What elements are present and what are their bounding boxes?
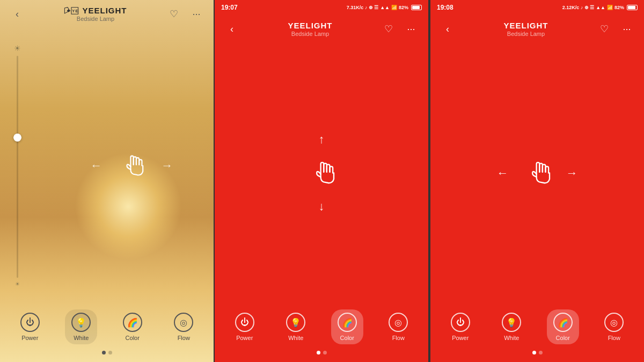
network-icon-3: ▲▲ bbox=[596, 5, 605, 10]
arrow-left-icon: ← bbox=[90, 159, 102, 173]
header-center-1: YEELIGHT YEELIGHT Bedside Lamp bbox=[64, 6, 127, 22]
white-label-2: White bbox=[288, 335, 303, 341]
more-button-1[interactable]: ··· bbox=[188, 5, 205, 23]
heart-button-3[interactable]: ♡ bbox=[596, 20, 613, 38]
nav-item-flow-1[interactable]: ◎ Flow bbox=[167, 309, 200, 344]
hand-gesture-icon-3 bbox=[517, 153, 558, 193]
nav-tabs-3: ⏻ Power 💡 White 🌈 Color ◎ Flow bbox=[430, 303, 644, 351]
color-icon-1: 🌈 bbox=[123, 313, 142, 332]
bottom-nav-3: ⏻ Power 💡 White 🌈 Color ◎ Flow bbox=[430, 303, 644, 362]
battery-fill-3 bbox=[628, 6, 635, 9]
brightness-slider[interactable]: ☀ ☀ bbox=[10, 44, 25, 287]
white-label-3: White bbox=[504, 335, 519, 341]
nav-item-white-2[interactable]: 💡 White bbox=[280, 309, 312, 344]
back-button-1[interactable]: ‹ bbox=[9, 5, 26, 23]
gesture-hint-1: ← → bbox=[90, 147, 173, 184]
app-logo-2: YEELIGHT bbox=[288, 21, 332, 30]
dot-3-inactive bbox=[539, 351, 543, 354]
status-icons-2: 7.31K/c ♪ ⊕ ☰ ▲▲ 📶 82% bbox=[347, 5, 422, 10]
heart-button-1[interactable]: ♡ bbox=[165, 5, 182, 23]
white-icon-1: 💡 bbox=[71, 313, 91, 332]
color-icon-3: 🌈 bbox=[553, 313, 573, 332]
hand-gesture-icon bbox=[113, 147, 150, 184]
hand-gesture-icon-2 bbox=[302, 153, 342, 193]
status-icons-3: 2.12K/c ♪ ⊕ ☰ ▲▲ 📶 82% bbox=[562, 5, 638, 10]
nav-item-flow-2[interactable]: ◎ Flow bbox=[382, 309, 414, 344]
nav-item-white-1[interactable]: 💡 White bbox=[65, 309, 97, 344]
phone-panel-2: 19:07 7.31K/c ♪ ⊕ ☰ ▲▲ 📶 82% ‹ YEELIGHT … bbox=[214, 0, 429, 362]
dot-1-inactive bbox=[108, 351, 112, 354]
power-icon-1: ⏻ bbox=[20, 313, 40, 332]
brightness-min-icon: ☀ bbox=[15, 281, 20, 287]
color-label-2: Color bbox=[340, 335, 354, 341]
arrow-down-icon: ↓ bbox=[319, 200, 325, 213]
dot-2-inactive bbox=[323, 351, 327, 354]
power-label-2: Power bbox=[236, 335, 253, 341]
dot-3-active bbox=[532, 351, 536, 354]
heart-button-2[interactable]: ♡ bbox=[380, 20, 397, 38]
nav-tabs-2: ⏻ Power 💡 White 🌈 Color ◎ Flow bbox=[215, 303, 428, 351]
power-label-1: Power bbox=[21, 335, 38, 341]
app-logo-1: YEELIGHT YEELIGHT bbox=[64, 6, 127, 15]
flow-icon-2: ◎ bbox=[389, 313, 408, 332]
color-label-1: Color bbox=[126, 335, 140, 341]
battery-icon-3 bbox=[627, 5, 638, 10]
dot-2-active bbox=[317, 351, 320, 354]
power-icon-3: ⏻ bbox=[451, 313, 470, 332]
header-panel-3: ‹ YEELIGHT Bedside Lamp ♡ ··· bbox=[430, 15, 644, 43]
wifi-icon-2: 📶 bbox=[391, 5, 397, 10]
dot-1-active bbox=[102, 351, 106, 354]
nav-item-power-2[interactable]: ⏻ Power bbox=[229, 309, 261, 344]
flow-label-2: Flow bbox=[392, 335, 405, 341]
more-button-2[interactable]: ··· bbox=[402, 20, 420, 38]
page-dots-1 bbox=[102, 351, 112, 354]
battery-fill-2 bbox=[412, 6, 420, 9]
phone-panel-1: ‹ YEELIGHT YEELIGHT Bedside Lamp ♡ ··· ☀ bbox=[0, 0, 214, 362]
nav-item-power-1[interactable]: ⏻ Power bbox=[14, 309, 46, 344]
gesture-hint-2: ↑ ↓ bbox=[302, 132, 342, 213]
main-content-1: ☀ ☀ ← bbox=[0, 28, 214, 303]
arrow-up-icon: ↑ bbox=[319, 132, 325, 146]
device-name-2: Bedside Lamp bbox=[291, 31, 329, 37]
white-icon-2: 💡 bbox=[286, 313, 305, 332]
status-time-3: 19:08 bbox=[437, 4, 453, 11]
flow-icon-3: ◎ bbox=[604, 313, 624, 332]
arrow-right-icon: → bbox=[161, 159, 173, 173]
phone-panel-3: 19:08 2.12K/c ♪ ⊕ ☰ ▲▲ 📶 82% ‹ YEELIGHT … bbox=[429, 0, 644, 362]
header-center-2: YEELIGHT Bedside Lamp bbox=[288, 21, 332, 37]
power-label-3: Power bbox=[452, 335, 469, 341]
wifi-icon-3: 📶 bbox=[607, 5, 613, 10]
back-button-2[interactable]: ‹ bbox=[223, 20, 240, 38]
nav-item-flow-3[interactable]: ◎ Flow bbox=[598, 309, 630, 344]
header-panel-2: ‹ YEELIGHT Bedside Lamp ♡ ··· bbox=[215, 15, 428, 43]
nav-item-power-3[interactable]: ⏻ Power bbox=[444, 309, 477, 344]
bottom-nav-2: ⏻ Power 💡 White 🌈 Color ◎ Flow bbox=[215, 303, 428, 362]
device-name-1: Bedside Lamp bbox=[77, 16, 114, 22]
flow-icon-1: ◎ bbox=[174, 313, 193, 332]
back-button-3[interactable]: ‹ bbox=[439, 20, 456, 38]
nav-item-color-2[interactable]: 🌈 Color bbox=[331, 309, 363, 344]
battery-text-2: 82% bbox=[399, 5, 408, 10]
color-label-3: Color bbox=[556, 335, 570, 341]
device-name-3: Bedside Lamp bbox=[507, 31, 545, 37]
network-icon-2: ▲▲ bbox=[380, 5, 390, 10]
nav-item-white-3[interactable]: 💡 White bbox=[495, 309, 528, 344]
status-time-2: 19:07 bbox=[221, 4, 238, 11]
nav-item-color-1[interactable]: 🌈 Color bbox=[116, 309, 149, 344]
more-button-3[interactable]: ··· bbox=[618, 20, 635, 38]
arrow-right-icon-3: → bbox=[566, 166, 578, 180]
slider-thumb[interactable] bbox=[13, 134, 21, 142]
main-content-2: ↑ ↓ bbox=[215, 43, 428, 303]
color-icon-2: 🌈 bbox=[338, 313, 357, 332]
flow-label-1: Flow bbox=[178, 335, 190, 341]
status-bar-2: 19:07 7.31K/c ♪ ⊕ ☰ ▲▲ 📶 82% bbox=[215, 0, 428, 15]
white-icon-3: 💡 bbox=[502, 313, 521, 332]
flow-label-3: Flow bbox=[608, 335, 620, 341]
battery-text-3: 82% bbox=[614, 5, 624, 10]
nav-tabs-1: ⏻ Power 💡 White 🌈 Color ◎ Flow bbox=[0, 303, 214, 351]
gesture-hint-3: ← → bbox=[497, 153, 578, 193]
slider-track[interactable] bbox=[17, 56, 18, 278]
nav-item-color-3[interactable]: 🌈 Color bbox=[547, 309, 579, 344]
status-bar-3: 19:08 2.12K/c ♪ ⊕ ☰ ▲▲ 📶 82% bbox=[430, 0, 644, 15]
signal-stats-2: 7.31K/c ♪ ⊕ ☰ bbox=[347, 5, 379, 10]
